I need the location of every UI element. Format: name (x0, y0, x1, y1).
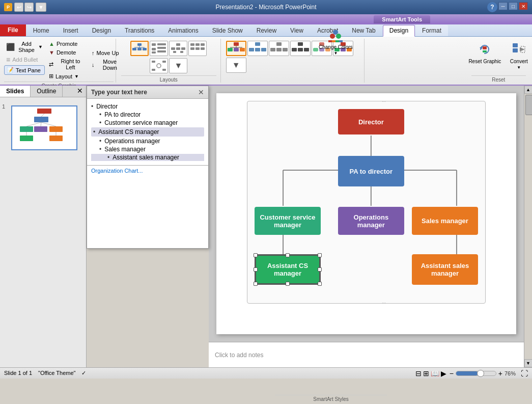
minimize-button[interactable]: ─ (498, 2, 508, 10)
text-pane-text-1: PA to director (104, 111, 141, 118)
text-pane-item-2[interactable]: • Customer service manager (91, 119, 204, 126)
zoom-slider[interactable] (456, 371, 496, 376)
notes-area[interactable]: Click to add notes (209, 342, 524, 367)
tab-slideshow[interactable]: Slide Show (206, 25, 249, 36)
slide-canvas[interactable]: Director PA to director Customer service… (216, 93, 516, 334)
tab-file[interactable]: File (0, 24, 26, 36)
layout-button[interactable]: ⊞ Layout ▼ (47, 72, 88, 80)
tab-view[interactable]: View (284, 25, 310, 36)
layout-item-more[interactable]: ▼ (169, 58, 187, 73)
style-item-1[interactable] (226, 41, 246, 56)
svg-rect-46 (304, 48, 309, 51)
tab-review[interactable]: Review (250, 25, 283, 36)
help-button[interactable]: ? (487, 2, 497, 12)
ops-box[interactable]: Operations manager (338, 207, 404, 235)
chart-resize-top[interactable]: ⋯ (382, 99, 387, 104)
zoom-out-button[interactable]: − (450, 369, 454, 378)
sales-box[interactable]: Sales manager (412, 207, 478, 235)
handle-bl[interactable] (254, 282, 258, 286)
svg-rect-74 (49, 126, 63, 132)
tab-design-smartart[interactable]: Design (383, 25, 415, 37)
handle-br[interactable] (318, 282, 322, 286)
tab-insert[interactable]: Insert (57, 25, 85, 36)
chart-resize-bottom[interactable]: ⋯ (382, 301, 387, 305)
director-box[interactable]: Director (338, 109, 404, 134)
add-shape-button[interactable]: ⬛ Add Shape ▼ (4, 40, 45, 54)
text-pane-item-5[interactable]: • Sales manager (91, 146, 204, 153)
close-button[interactable]: ✕ (519, 2, 528, 10)
layout-item-2[interactable] (150, 41, 168, 56)
tab-design-main[interactable]: Design (86, 25, 118, 36)
ribbon-tabs: File Home Insert Design Transitions Anim… (0, 24, 532, 37)
notes-placeholder[interactable]: Click to add notes (215, 352, 263, 359)
slide-1-thumbnail[interactable] (11, 105, 77, 150)
text-pane-item-6[interactable]: • Assistant sales manager (91, 154, 204, 161)
style-item-3[interactable] (269, 41, 289, 56)
pa-label: PA to director (350, 168, 393, 175)
layout-item-1[interactable] (130, 41, 149, 56)
promote-button[interactable]: ▲ Promote (47, 40, 88, 48)
asst-sales-box[interactable]: Assistant sales manager (412, 254, 478, 285)
svg-rect-27 (152, 69, 155, 71)
tab-animations[interactable]: Animations (161, 25, 205, 36)
asst-cs-box[interactable]: Assistant CS manager (255, 254, 321, 285)
scroll-down-button[interactable]: ▼ (524, 359, 533, 367)
maximize-button[interactable]: □ (509, 2, 518, 10)
add-bullet-button[interactable]: ≡ Add Bullet (4, 55, 45, 65)
handle-tl[interactable] (254, 253, 258, 257)
svg-rect-73 (34, 126, 47, 132)
tab-slides[interactable]: Slides (0, 86, 31, 97)
right-to-left-button[interactable]: ⇄ Right to Left (47, 57, 88, 71)
text-pane-footer[interactable]: Organization Chart... (87, 165, 208, 176)
style-item-2[interactable] (247, 41, 268, 56)
handle-ml[interactable] (254, 267, 258, 272)
layout-item-3[interactable] (169, 41, 187, 56)
text-pane-button[interactable]: 📝 Text Pane (4, 65, 45, 75)
style-item-more[interactable]: ▼ (226, 58, 246, 73)
right-scrollbar[interactable]: ▲ ▼ (524, 86, 532, 367)
tab-transitions[interactable]: Transitions (118, 25, 161, 36)
redo-button[interactable]: ↪ (24, 3, 34, 12)
scroll-thumb[interactable] (525, 95, 533, 115)
pa-box[interactable]: PA to director (338, 156, 404, 186)
tab-home[interactable]: Home (26, 25, 56, 36)
text-pane-close-button[interactable]: ✕ (198, 88, 204, 96)
sidebar-close-button[interactable]: ✕ (74, 86, 86, 97)
csm-box[interactable]: Customer service manager (255, 207, 321, 235)
scroll-up-button[interactable]: ▲ (524, 86, 533, 94)
style-item-4[interactable] (290, 41, 311, 56)
customize-btn[interactable]: ▼ (36, 3, 46, 12)
handle-tr[interactable] (318, 253, 322, 257)
handle-mr[interactable] (318, 267, 322, 272)
tab-outline[interactable]: Outline (31, 86, 63, 97)
tab-format[interactable]: Format (415, 25, 448, 36)
handle-bm[interactable] (286, 282, 290, 286)
text-pane-item-4[interactable]: • Operations manager (91, 138, 204, 145)
text-pane-item-1[interactable]: • PA to director (91, 111, 204, 118)
normal-view-button[interactable]: ⊟ (415, 369, 422, 378)
reset-graphic-button[interactable]: Reset Graphic (465, 41, 504, 66)
spell-check-icon[interactable]: ✓ (81, 370, 86, 376)
text-pane-item-3[interactable]: • Assistant CS manager (91, 127, 204, 137)
slideshow-button[interactable]: ▶ (441, 369, 446, 378)
undo-button[interactable]: ↩ (14, 3, 23, 12)
fit-slide-button[interactable]: ⛶ (521, 369, 528, 378)
demote-button[interactable]: ▼ Demote (47, 48, 88, 57)
convert-button[interactable]: Convert ▼ (506, 41, 531, 71)
layout-item-5[interactable] (150, 58, 168, 73)
handle-tm[interactable] (286, 253, 290, 257)
change-colors-button[interactable]: Change Colors ▼ (316, 29, 356, 57)
reading-view-button[interactable]: 📖 (431, 369, 439, 378)
layout-item-4[interactable] (188, 41, 207, 56)
zoom-thumb[interactable] (477, 370, 484, 377)
svg-rect-12 (176, 43, 180, 46)
bullet-icon-4: • (99, 138, 101, 145)
slide-sorter-button[interactable]: ⊞ (423, 369, 429, 378)
svg-rect-6 (152, 43, 156, 46)
text-pane-text-3: Assistant CS manager (98, 128, 159, 136)
svg-rect-17 (180, 51, 183, 53)
org-chart-link[interactable]: Organization Chart... (91, 168, 143, 174)
zoom-in-button[interactable]: + (498, 369, 502, 378)
svg-point-55 (330, 34, 335, 39)
text-pane-item-0[interactable]: • Director (91, 103, 204, 110)
